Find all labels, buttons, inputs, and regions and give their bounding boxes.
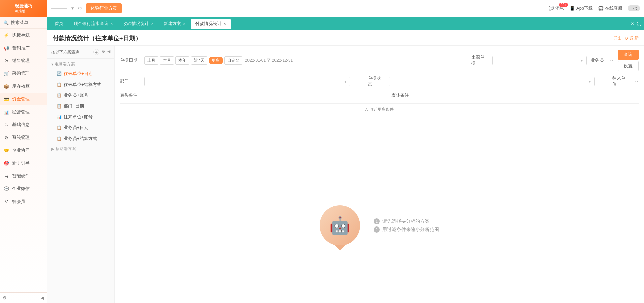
- scheme-active-icon: 🔄: [57, 71, 62, 76]
- sidebar-settings-icon[interactable]: ⚙: [3, 295, 7, 300]
- header-dropdown-icon[interactable]: ▾: [71, 6, 74, 11]
- collapse-icon: ∧: [365, 107, 368, 112]
- sidebar-item-wechat[interactable]: 💬 企业微信: [0, 182, 47, 195]
- purchase-icon: 🛒: [3, 70, 9, 77]
- date-btn-this-year[interactable]: 本年: [175, 56, 189, 65]
- finance-icon: 💳: [3, 96, 9, 102]
- sidebar-item-label: 系统管理: [12, 134, 30, 141]
- tab-expand-icon[interactable]: ⛶: [637, 21, 641, 26]
- date-btn-7days[interactable]: 近7天: [191, 56, 207, 65]
- refresh-btn[interactable]: ↺ 刷新: [625, 35, 639, 41]
- partner-input-dots[interactable]: ···: [633, 78, 639, 84]
- sidebar-collapse-icon[interactable]: ◀: [41, 295, 44, 300]
- tab-new-scheme-close[interactable]: ×: [183, 22, 185, 26]
- tab-bank-flow-close[interactable]: ×: [111, 22, 113, 26]
- sidebar-item-hardware[interactable]: 🖨 智能硬件: [0, 170, 47, 182]
- sidebar-item-label: 新手引导: [12, 160, 30, 166]
- query-btn[interactable]: 查询: [618, 50, 639, 60]
- tab-new-scheme[interactable]: 新建方案 ×: [159, 19, 190, 29]
- content-area: 按以下方案查询 + ⚙ ◀ ▾ 电脑端方案 🔄 往来单位+日期 📋: [47, 46, 644, 303]
- sidebar-item-operation[interactable]: 📊 经营管理: [0, 105, 47, 118]
- tab-receipts-stats[interactable]: 收款情况统计 ×: [118, 19, 158, 29]
- search-menu[interactable]: 🔍 搜索菜单: [0, 17, 47, 29]
- notifications-btn[interactable]: 💬 消息 99+: [549, 5, 564, 11]
- tab-close-all-icon[interactable]: ✕: [631, 21, 634, 26]
- step-2-text: 用过滤条件来缩小分析范围: [382, 226, 439, 233]
- sidebar-item-label: 采购管理: [12, 70, 30, 77]
- sidebar-item-label: 快捷导航: [12, 32, 30, 38]
- sidebar-item-inventory[interactable]: 📦 库存核算: [0, 80, 47, 93]
- desktop-expand-icon[interactable]: ▾: [51, 62, 53, 67]
- scheme-partner-settle[interactable]: 📋 往来单位+结算方式: [47, 79, 114, 90]
- search-label: 搜索菜单: [11, 20, 28, 26]
- scheme-dept-date[interactable]: 📋 部门+日期: [47, 101, 114, 112]
- export-icon: ↑: [610, 36, 612, 41]
- doc-status-select[interactable]: ▾: [389, 77, 595, 86]
- sidebar-item-label: 智能硬件: [12, 173, 30, 179]
- source-doc-arrow: ▾: [581, 58, 583, 63]
- tab-receipts-close[interactable]: ×: [151, 22, 153, 26]
- body-note-input[interactable]: [416, 91, 639, 99]
- scheme-icon-6: 📋: [57, 136, 62, 141]
- scheme-partner-account[interactable]: 📊 往来单位+账号: [47, 112, 114, 122]
- scheme-partner-date[interactable]: 🔄 往来单位+日期: [47, 68, 114, 79]
- date-range-text: 2022-01-01 至 2022-12-31: [245, 58, 293, 63]
- desktop-section-title: ▾ 电脑端方案: [47, 59, 114, 68]
- sidebar-item-finance[interactable]: 💳 资金管理: [0, 93, 47, 105]
- date-btn-last-month[interactable]: 上月: [144, 56, 158, 65]
- filter-row-2: 部门 ▾ 单据状态 ▾ 往来单位 ···: [120, 75, 639, 87]
- tab-payment-stats-close[interactable]: ×: [224, 22, 226, 26]
- sidebar-item-guide[interactable]: 🎯 新手引导: [0, 157, 47, 170]
- scheme-settings-icon[interactable]: ⚙: [101, 49, 105, 55]
- scheme-salesman-date[interactable]: 📋 业务员+日期: [47, 122, 114, 133]
- header-settings-icon[interactable]: ⚙: [78, 6, 82, 11]
- sidebar-item-basic-info[interactable]: 🗂 基础信息: [0, 118, 47, 131]
- app-download-btn[interactable]: 📱 App下载: [569, 5, 593, 11]
- scheme-salesman-settle[interactable]: 📋 业务员+结算方式: [47, 133, 114, 144]
- tab-bank-flow[interactable]: 现金银行流水查询 ×: [69, 19, 117, 29]
- tab-home[interactable]: 首页: [50, 19, 68, 29]
- sidebar-item-marketing[interactable]: 📢 营销推广: [0, 41, 47, 54]
- trial-btn[interactable]: 体验行业方案: [86, 3, 122, 13]
- sidebar-item-vip[interactable]: V 畅会员: [0, 195, 47, 208]
- sidebar-item-cooperation[interactable]: 🤝 企业协同: [0, 144, 47, 157]
- export-btn[interactable]: ↑ 导出: [610, 35, 622, 41]
- scheme-icon-1: 📋: [57, 82, 62, 87]
- username: Rit: [631, 6, 637, 11]
- date-btn-this-month[interactable]: 本月: [160, 56, 174, 65]
- date-btn-custom[interactable]: 自定义: [224, 56, 242, 65]
- sidebar-item-label: 畅会员: [12, 199, 25, 205]
- sidebar-item-purchase[interactable]: 🛒 采购管理: [0, 67, 47, 80]
- scheme-label: 往来单位+日期: [64, 71, 93, 77]
- page-actions: ↑ 导出 ↺ 刷新: [610, 35, 639, 41]
- scheme-collapse-icon[interactable]: ◀: [107, 49, 110, 55]
- empty-step-1: 1 请先选择要分析的方案: [374, 218, 439, 224]
- scheme-panel-title: 按以下方案查询: [51, 49, 80, 55]
- sidebar-item-quick-nav[interactable]: ⚡ 快捷导航: [0, 29, 47, 41]
- header-note-input[interactable]: [144, 91, 367, 99]
- scheme-salesman-account[interactable]: 📋 业务员+账号: [47, 90, 114, 101]
- collapse-bar[interactable]: ∧ 收起更多条件: [120, 103, 639, 115]
- dept-select[interactable]: ▾: [144, 77, 350, 86]
- sidebar-item-label: 库存核算: [12, 83, 30, 89]
- source-doc-select[interactable]: ▾: [492, 56, 587, 65]
- add-scheme-btn[interactable]: +: [93, 49, 99, 55]
- mobile-expand-icon: ▶: [51, 147, 54, 151]
- sidebar-item-sales[interactable]: 🛍 销售管理: [0, 54, 47, 67]
- sidebar-item-label: 经营管理: [12, 109, 30, 115]
- empty-steps: 1 请先选择要分析的方案 2 用过滤条件来缩小分析范围: [374, 218, 439, 233]
- salesman-input-dots[interactable]: ···: [608, 57, 614, 63]
- online-service-btn[interactable]: 🎧 在线客服: [598, 5, 622, 11]
- settings-btn[interactable]: 设置: [618, 61, 639, 71]
- tab-payment-stats[interactable]: 付款情况统计 ×: [191, 19, 230, 29]
- user-avatar[interactable]: Rit: [628, 5, 640, 11]
- marketing-icon: 📢: [3, 45, 9, 51]
- step-num-2: 2: [374, 226, 380, 233]
- app-version: 标准版: [15, 9, 32, 14]
- mobile-section[interactable]: ▶ 移动端方案: [47, 144, 114, 154]
- sidebar: 畅捷通巧 标准版 🔍 搜索菜单 ⚡ 快捷导航 📢 营销推广 🛍 销售管理 🛒 采…: [0, 0, 47, 303]
- date-btn-more[interactable]: 更多: [209, 57, 223, 64]
- scheme-icon-5: 📋: [57, 125, 62, 130]
- sidebar-item-system[interactable]: ⚙ 系统管理: [0, 131, 47, 144]
- account-name: ————: [51, 6, 67, 11]
